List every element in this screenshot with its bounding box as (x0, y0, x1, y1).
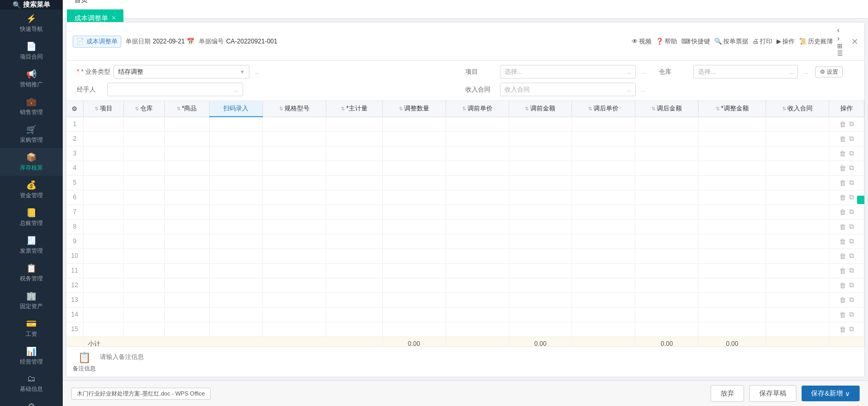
copy-icon[interactable]: ⧉ (849, 296, 854, 304)
cell-before-price[interactable] (446, 322, 509, 336)
cell-before-price[interactable] (446, 205, 509, 219)
copy-icon[interactable]: ⧉ (849, 310, 854, 319)
cell-before-price[interactable] (446, 190, 509, 205)
cell-warehouse[interactable] (124, 161, 165, 175)
cell-adj-qty[interactable] (382, 278, 446, 292)
delete-icon[interactable]: 🗑 (839, 135, 846, 143)
col-scan[interactable]: 扫码录入 (209, 101, 263, 117)
cell-after-amount[interactable] (635, 117, 699, 131)
cell-after-price[interactable] (572, 234, 635, 249)
cell-unit[interactable] (326, 249, 383, 263)
cell-project[interactable] (83, 161, 124, 175)
cell-scan[interactable] (209, 307, 263, 322)
copy-icon[interactable]: ⧉ (849, 134, 854, 143)
sidebar-item-finance-mgmt[interactable]: 💰资金管理 (0, 176, 63, 204)
copy-icon[interactable]: ⧉ (849, 266, 854, 275)
cell-before-price[interactable] (446, 175, 509, 190)
cell-adj-amount[interactable] (699, 292, 766, 307)
cell-after-amount[interactable] (635, 131, 699, 146)
cell-before-amount[interactable] (509, 190, 572, 205)
cell-unit[interactable] (326, 146, 383, 161)
cell-unit[interactable] (326, 161, 383, 175)
cell-after-price[interactable] (572, 219, 635, 234)
cell-before-amount[interactable] (509, 292, 572, 307)
cell-adj-amount[interactable] (699, 131, 766, 146)
delete-icon[interactable]: 🗑 (839, 120, 846, 128)
cell-spec[interactable] (263, 131, 326, 146)
cell-project[interactable] (83, 131, 124, 146)
cell-spec[interactable] (263, 234, 326, 249)
cell-warehouse[interactable] (124, 278, 165, 292)
cell-before-price[interactable] (446, 307, 509, 322)
cell-project[interactable] (83, 234, 124, 249)
toolbar-btn-help[interactable]: ❓帮助 (656, 37, 677, 46)
cell-adj-qty[interactable] (382, 234, 446, 249)
cell-before-amount[interactable] (509, 263, 572, 278)
cell-after-amount[interactable] (635, 249, 699, 263)
cell-before-price[interactable] (446, 292, 509, 307)
cell-income-contract[interactable] (766, 278, 829, 292)
cell-unit[interactable] (326, 292, 383, 307)
cell-after-price[interactable] (572, 292, 635, 307)
cell-adj-qty[interactable] (382, 219, 446, 234)
cell-project[interactable] (83, 146, 124, 161)
cell-after-amount[interactable] (635, 234, 699, 249)
close-window-btn[interactable]: ✕ (851, 37, 858, 47)
delete-icon[interactable]: 🗑 (839, 296, 846, 304)
sidebar-item-inventory[interactable]: 📦库存核算 (0, 148, 63, 176)
cell-scan[interactable] (209, 161, 263, 175)
cell-warehouse[interactable] (124, 322, 165, 336)
cell-product[interactable] (164, 117, 209, 131)
cell-after-price[interactable] (572, 278, 635, 292)
delete-icon[interactable]: 🗑 (839, 252, 846, 260)
cell-unit[interactable] (326, 205, 383, 219)
cell-scan[interactable] (209, 146, 263, 161)
cell-income-contract[interactable] (766, 263, 829, 278)
cell-before-price[interactable] (446, 278, 509, 292)
cell-adj-amount[interactable] (699, 190, 766, 205)
sidebar-item-ops-mgmt[interactable]: 📊经营管理 (0, 342, 63, 370)
cell-unit[interactable] (326, 278, 383, 292)
cell-before-price[interactable] (446, 131, 509, 146)
project-input[interactable]: 选择... ... (500, 65, 636, 78)
cell-product[interactable] (164, 205, 209, 219)
cell-after-price[interactable] (572, 175, 635, 190)
cell-before-price[interactable] (446, 146, 509, 161)
cell-scan[interactable] (209, 234, 263, 249)
copy-icon[interactable]: ⧉ (849, 149, 854, 157)
wps-doc-label[interactable]: 木门行业好业财处理方案-墨红红.doc - WPS Office (71, 388, 211, 400)
cell-before-amount[interactable] (509, 205, 572, 219)
cell-income-contract[interactable] (766, 307, 829, 322)
delete-icon[interactable]: 🗑 (839, 281, 846, 289)
cell-spec[interactable] (263, 175, 326, 190)
cell-adj-amount[interactable] (699, 249, 766, 263)
cell-after-price[interactable] (572, 161, 635, 175)
nav-next-btn[interactable]: › (837, 34, 843, 42)
toolbar-btn-view[interactable]: 👁视频 (632, 37, 652, 46)
cell-after-price[interactable] (572, 205, 635, 219)
sidebar-item-fixed-assets[interactable]: 🏢固定资产 (0, 287, 63, 314)
cell-unit[interactable] (326, 117, 383, 131)
cell-spec[interactable] (263, 190, 326, 205)
cell-unit[interactable] (326, 190, 383, 205)
cell-spec[interactable] (263, 219, 326, 234)
sidebar-item-tax-mgmt[interactable]: 📋税务管理 (0, 259, 63, 287)
delete-icon[interactable]: 🗑 (839, 150, 846, 157)
cell-scan[interactable] (209, 263, 263, 278)
cell-spec[interactable] (263, 307, 326, 322)
cell-income-contract[interactable] (766, 161, 829, 175)
cell-project[interactable] (83, 292, 124, 307)
cell-after-price[interactable] (572, 117, 635, 131)
cell-adj-qty[interactable] (382, 175, 446, 190)
sidebar-item-purchase-mgmt[interactable]: 🛒采购管理 (0, 120, 63, 148)
cell-product[interactable] (164, 263, 209, 278)
cell-income-contract[interactable] (766, 249, 829, 263)
cell-adj-amount[interactable] (699, 263, 766, 278)
cell-before-amount[interactable] (509, 278, 572, 292)
cell-product[interactable] (164, 146, 209, 161)
cell-scan[interactable] (209, 292, 263, 307)
settings-button[interactable]: ⚙ 设置 (815, 66, 843, 77)
tab-home[interactable]: 首页 (67, 0, 123, 9)
cell-before-amount[interactable] (509, 307, 572, 322)
cell-before-price[interactable] (446, 234, 509, 249)
